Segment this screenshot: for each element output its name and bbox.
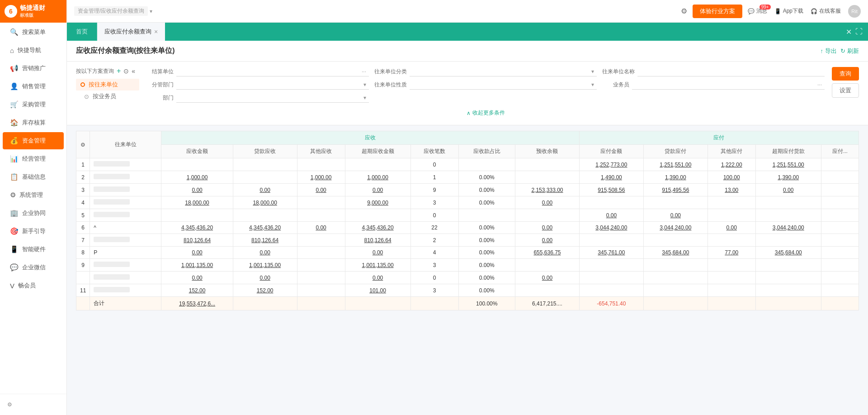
table-cell[interactable]: 810,126.64 [233, 234, 297, 247]
partner-category-select[interactable]: ▾ [410, 67, 597, 76]
table-cell[interactable]: 0.00 [643, 209, 708, 222]
table-cell[interactable]: 152.00 [233, 284, 297, 297]
table-cell[interactable]: 915,508.56 [579, 184, 643, 196]
table-cell[interactable]: 1,390.00 [755, 171, 821, 184]
table-cell[interactable]: 3,044,240.00 [579, 222, 643, 234]
table-cell[interactable]: 915,495.56 [643, 184, 708, 196]
table-cell[interactable]: 0.00 [233, 247, 297, 259]
table-cell[interactable]: 0.00 [161, 272, 233, 284]
table-cell[interactable]: 0.00 [708, 222, 755, 234]
dept-select[interactable]: ▾ [176, 93, 369, 103]
settlement-unit-input[interactable]: ··· [176, 67, 369, 76]
table-cell[interactable]: 810,126.64 [345, 234, 410, 247]
settings-footer-btn[interactable]: ⚙ [0, 398, 66, 411]
table-cell[interactable]: 0.00 [345, 272, 410, 284]
table-cell[interactable]: 1,252,773.00 [579, 158, 643, 171]
sidebar-item-enterprise[interactable]: 🏢 企业协同 [3, 205, 64, 222]
table-cell[interactable]: 1,251,551.00 [643, 158, 708, 171]
sidebar-item-basic[interactable]: 📋 基础信息 [3, 168, 64, 186]
table-cell[interactable]: 18,000.00 [161, 196, 233, 209]
table-cell[interactable]: 1,222.00 [708, 158, 755, 171]
table-cell[interactable]: 77.00 [708, 247, 755, 259]
sidebar-item-search[interactable]: 🔍 搜索菜单 [3, 24, 64, 41]
table-cell[interactable]: 0.00 [345, 184, 410, 196]
total-rec-amount[interactable]: 19,553,472,6... [161, 297, 233, 310]
table-cell[interactable]: 0.00 [515, 222, 580, 234]
table-cell[interactable]: 0.00 [233, 272, 297, 284]
table-cell[interactable]: 101.00 [345, 284, 410, 297]
scheme-by-salesman[interactable]: ⊙ 按业务员 [76, 91, 139, 102]
sidebar-item-beginner[interactable]: 🎯 新手引导 [3, 223, 64, 240]
table-cell[interactable]: 1,000.00 [297, 171, 345, 184]
sidebar-item-quick[interactable]: ⌂ 快捷导航 [3, 42, 64, 59]
table-cell[interactable]: 1,000.00 [345, 171, 410, 184]
table-cell[interactable]: 1,490.00 [579, 171, 643, 184]
table-cell[interactable]: 100.00 [708, 171, 755, 184]
table-cell[interactable]: 0.00 [579, 209, 643, 222]
user-avatar[interactable]: Rit [848, 5, 861, 18]
table-cell[interactable]: 2,153,333.00 [515, 184, 580, 196]
table-cell[interactable]: 0.00 [515, 196, 580, 209]
sidebar-item-inventory[interactable]: 🏠 库存核算 [3, 114, 64, 131]
table-cell[interactable]: 0.00 [297, 222, 345, 234]
tab-close-icon[interactable]: × [154, 28, 158, 35]
table-cell[interactable]: 0.00 [233, 184, 297, 196]
table-cell[interactable]: 1,001,135.00 [161, 259, 233, 272]
messages-button[interactable]: 💬 消息 99+ [748, 7, 767, 15]
customer-service-button[interactable]: 🎧 在线客服 [811, 7, 841, 15]
table-cell[interactable]: 345,684.00 [755, 247, 821, 259]
table-cell[interactable]: 0.00 [161, 247, 233, 259]
export-button[interactable]: ↑ 导出 [821, 47, 837, 55]
scheme-expand-icon[interactable]: « [132, 67, 135, 75]
table-cell[interactable]: 1,251,551.00 [755, 158, 821, 171]
table-cell[interactable]: 4,345,436.20 [345, 222, 410, 234]
table-cell[interactable]: 1,001,135.00 [345, 259, 410, 272]
table-cell[interactable]: 1,001,135.00 [233, 259, 297, 272]
table-cell[interactable]: 0.00 [755, 184, 821, 196]
table-cell[interactable]: 1,390.00 [643, 171, 708, 184]
dept-mgr-select[interactable]: ▾ [176, 80, 369, 90]
table-cell[interactable]: 4,345,436.20 [233, 222, 297, 234]
table-cell[interactable]: 18,000.00 [233, 196, 297, 209]
sidebar-item-system[interactable]: ⚙ 系统管理 [3, 186, 64, 204]
settings-button[interactable]: 设置 [832, 83, 859, 98]
collapse-button[interactable]: ∧ 收起更多条件 [464, 106, 508, 119]
sidebar-item-sales[interactable]: 👤 销售管理 [3, 78, 64, 95]
table-cell[interactable]: 345,684.00 [643, 247, 708, 259]
maximize-icon[interactable]: ⛶ [855, 28, 863, 36]
tab-active[interactable]: 应收应付余额查询 × [97, 23, 165, 41]
table-cell[interactable]: 0.00 [345, 247, 410, 259]
partner-nature-select[interactable]: ▾ [410, 80, 597, 90]
table-cell[interactable]: 0.00 [515, 272, 580, 284]
table-cell[interactable]: 3,044,240.00 [755, 222, 821, 234]
table-cell[interactable]: 0.00 [161, 184, 233, 196]
sidebar-item-hardware[interactable]: 📱 智能硬件 [3, 241, 64, 258]
table-cell[interactable]: 4,345,436.20 [161, 222, 233, 234]
sidebar-item-purchase[interactable]: 🛒 采购管理 [3, 96, 64, 113]
close-window-icon[interactable]: ✕ [846, 28, 852, 36]
app-download-button[interactable]: 📱 App下载 [774, 7, 803, 15]
table-cell[interactable]: 13.00 [708, 184, 755, 196]
settings-icon[interactable]: ⚙ [681, 7, 687, 15]
scheme-settings-icon[interactable]: ⊙ [123, 67, 129, 75]
sidebar-item-operations[interactable]: 📊 经营管理 [3, 150, 64, 167]
scheme-by-partner[interactable]: 按往来单位 [76, 79, 139, 91]
table-cell[interactable]: 345,761.00 [579, 247, 643, 259]
partner-name-input[interactable] [637, 67, 825, 76]
sidebar-item-marketing[interactable]: 📢 营销推广 [3, 60, 64, 77]
table-cell[interactable]: 152.00 [161, 284, 233, 297]
col-settings[interactable]: ⚙ [76, 131, 90, 158]
table-cell[interactable]: 0.00 [515, 234, 580, 247]
table-cell[interactable]: 0.00 [297, 184, 345, 196]
add-scheme-icon[interactable]: + [117, 67, 121, 75]
tab-home[interactable]: 首页 [67, 23, 97, 41]
sidebar-item-wechat[interactable]: 💬 企业微信 [3, 259, 64, 276]
table-cell[interactable]: 3,044,240.00 [643, 222, 708, 234]
salesman-input[interactable]: ··· [632, 80, 825, 90]
query-button[interactable]: 查询 [832, 67, 859, 81]
table-cell[interactable]: 810,126.64 [161, 234, 233, 247]
table-cell[interactable]: 9,000.00 [345, 196, 410, 209]
sidebar-item-finance[interactable]: 💰 资金管理 [3, 132, 64, 149]
refresh-button[interactable]: ↻ 刷新 [840, 47, 859, 55]
sidebar-item-member[interactable]: V 畅会员 [3, 277, 64, 294]
